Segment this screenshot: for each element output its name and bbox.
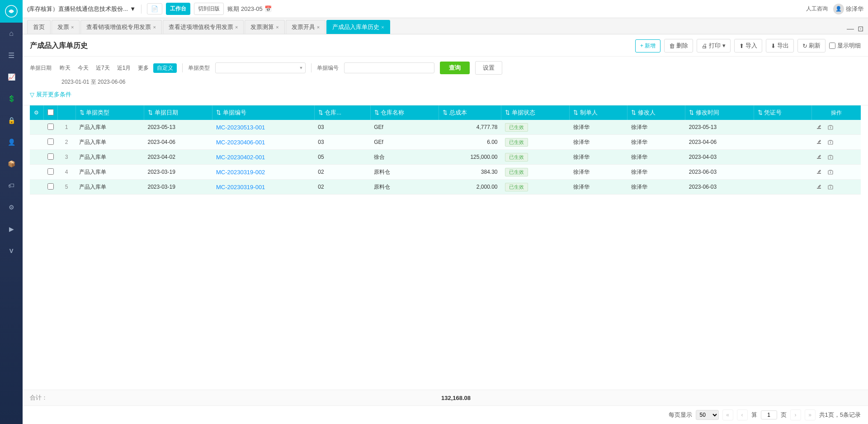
current-page-input[interactable]: [761, 410, 777, 419]
document-btn[interactable]: 📄: [147, 3, 162, 14]
op-delete-1[interactable]: [826, 138, 835, 147]
tab-home[interactable]: 首页: [27, 20, 51, 34]
th-type[interactable]: ⇅ 单据类型: [75, 105, 144, 120]
th-date[interactable]: ⇅ 单据日期: [144, 105, 212, 120]
op-delete-4[interactable]: [826, 182, 835, 191]
td-checkbox-4[interactable]: [43, 180, 57, 195]
op-edit-1[interactable]: [815, 138, 824, 147]
tab-product-history-close[interactable]: ×: [381, 24, 384, 30]
td-number-2[interactable]: MC-20230402-001: [212, 150, 314, 165]
sidebar-item-home[interactable]: ⌂: [0, 23, 23, 44]
show-detail-checkbox[interactable]: [829, 43, 835, 49]
expand-conditions-btn[interactable]: ▽ 展开更多条件: [30, 89, 861, 100]
op-delete-2[interactable]: [826, 152, 835, 162]
td-checkbox-2[interactable]: [43, 150, 57, 165]
th-number[interactable]: ⇅ 单据编号: [212, 105, 314, 120]
td-number-3[interactable]: MC-20230319-002: [212, 165, 314, 180]
row-checkbox-0[interactable]: [47, 124, 54, 130]
td-number-4[interactable]: MC-20230319-001: [212, 180, 314, 195]
op-edit-4[interactable]: [815, 182, 824, 191]
next-page-btn[interactable]: ›: [790, 410, 801, 420]
sidebar-item-people[interactable]: 👤: [0, 131, 23, 153]
sidebar-item-finance[interactable]: 💲: [0, 88, 23, 110]
sidebar-item-chart[interactable]: 📈: [0, 66, 23, 88]
sidebar-item-stamp[interactable]: 🏷: [0, 175, 23, 196]
tab-invoice-calc[interactable]: 发票测算 ×: [245, 20, 284, 34]
th-warehouse-name[interactable]: ⇅ 仓库名称: [370, 105, 439, 120]
import-btn[interactable]: ⬆ 导入: [734, 39, 762, 52]
op-edit-2[interactable]: [815, 152, 824, 162]
number-link-0[interactable]: MC-20230513-001: [216, 124, 265, 131]
th-status[interactable]: ⇅ 单据状态: [501, 105, 570, 120]
td-checkbox-1[interactable]: [43, 135, 57, 150]
th-modifier[interactable]: ⇅ 修改人: [627, 105, 685, 120]
sidebar-item-inventory[interactable]: 📦: [0, 153, 23, 175]
per-page-select[interactable]: 50 20 100: [696, 410, 719, 420]
tab-invoice-calc-close[interactable]: ×: [276, 24, 278, 30]
type-select[interactable]: [215, 62, 306, 73]
tab-invoice[interactable]: 发票 ×: [52, 20, 80, 34]
new-btn[interactable]: + 新增: [635, 39, 660, 52]
th-creator[interactable]: ⇅ 制单人: [570, 105, 627, 120]
refresh-btn[interactable]: ↻ 刷新: [797, 39, 826, 52]
td-number-0[interactable]: MC-20230513-001: [212, 120, 314, 135]
th-warehouse-code[interactable]: ⇅ 仓库...: [314, 105, 370, 120]
op-edit-3[interactable]: [815, 167, 824, 176]
td-number-1[interactable]: MC-20230406-001: [212, 135, 314, 150]
shortcut-more[interactable]: 更多: [135, 63, 151, 73]
sidebar-item-play[interactable]: ▶: [0, 218, 23, 240]
company-selector[interactable]: (库存核算）直播轻线通信息技术股份... ▼: [27, 5, 136, 13]
window-minimize-btn[interactable]: —: [847, 25, 854, 33]
op-delete-3[interactable]: [826, 167, 835, 176]
td-checkbox-3[interactable]: [43, 165, 57, 180]
op-edit-0[interactable]: [815, 123, 824, 132]
window-maximize-btn[interactable]: ⊡: [858, 24, 863, 33]
number-link-2[interactable]: MC-20230402-001: [216, 154, 265, 161]
number-link-1[interactable]: MC-20230406-001: [216, 139, 265, 146]
sidebar-item-lock[interactable]: 🔒: [0, 110, 23, 131]
period-calendar-icon[interactable]: 📅: [264, 5, 272, 12]
shortcut-yesterday[interactable]: 昨天: [57, 63, 73, 73]
tab-invoice-issue[interactable]: 发票开具 ×: [286, 20, 326, 34]
row-checkbox-3[interactable]: [47, 168, 54, 175]
tab-product-history[interactable]: 产成品入库单历史 ×: [326, 20, 390, 34]
shortcut-today[interactable]: 今天: [75, 63, 91, 73]
tab-sales-vat-close[interactable]: ×: [153, 24, 156, 30]
tab-sales-vat[interactable]: 查看销项增值税专用发票 ×: [80, 20, 161, 34]
export-btn[interactable]: ⬇ 导出: [766, 39, 794, 52]
user-menu[interactable]: 👤 徐泽华: [833, 4, 863, 14]
show-detail-toggle[interactable]: 显示明细: [829, 42, 861, 50]
workbench-btn[interactable]: 工作台: [166, 3, 190, 15]
th-settings[interactable]: ⚙: [30, 105, 43, 120]
number-link-3[interactable]: MC-20230319-002: [216, 169, 265, 176]
number-filter-input[interactable]: [344, 62, 434, 73]
last-page-btn[interactable]: »: [805, 410, 816, 420]
goto-old-btn[interactable]: 切到旧版: [194, 3, 224, 15]
sidebar-item-doc[interactable]: ☰: [0, 44, 23, 66]
number-link-4[interactable]: MC-20230319-001: [216, 184, 265, 191]
th-total-cost[interactable]: ⇅ 总成本: [439, 105, 501, 120]
select-all-checkbox[interactable]: [47, 109, 54, 115]
first-page-btn[interactable]: «: [722, 410, 733, 420]
row-checkbox-4[interactable]: [47, 183, 54, 190]
setting-btn[interactable]: 设置: [475, 61, 502, 75]
app-logo[interactable]: [0, 0, 23, 23]
td-checkbox-0[interactable]: [43, 120, 57, 135]
shortcut-1month[interactable]: 近1月: [114, 63, 134, 73]
support-btn[interactable]: 人工咨询: [806, 5, 828, 13]
tab-invoice-issue-close[interactable]: ×: [317, 24, 320, 30]
row-checkbox-2[interactable]: [47, 153, 54, 160]
th-modify-time[interactable]: ⇅ 修改时间: [685, 105, 754, 120]
sidebar-item-settings[interactable]: ⚙: [0, 196, 23, 218]
shortcut-custom[interactable]: 自定义: [153, 63, 177, 73]
tab-purchase-vat[interactable]: 查看进项增值税专用发票 ×: [163, 20, 244, 34]
th-voucher[interactable]: ⇅ 凭证号: [754, 105, 811, 120]
row-checkbox-1[interactable]: [47, 138, 54, 145]
query-btn[interactable]: 查询: [440, 62, 470, 74]
tab-purchase-vat-close[interactable]: ×: [235, 24, 238, 30]
tab-invoice-close[interactable]: ×: [71, 24, 74, 30]
shortcut-7days[interactable]: 近7天: [93, 63, 113, 73]
print-btn[interactable]: 🖨 打印 ▾: [697, 39, 731, 52]
delete-btn[interactable]: 🗑 删除: [664, 39, 693, 52]
prev-page-btn[interactable]: ‹: [737, 410, 748, 420]
